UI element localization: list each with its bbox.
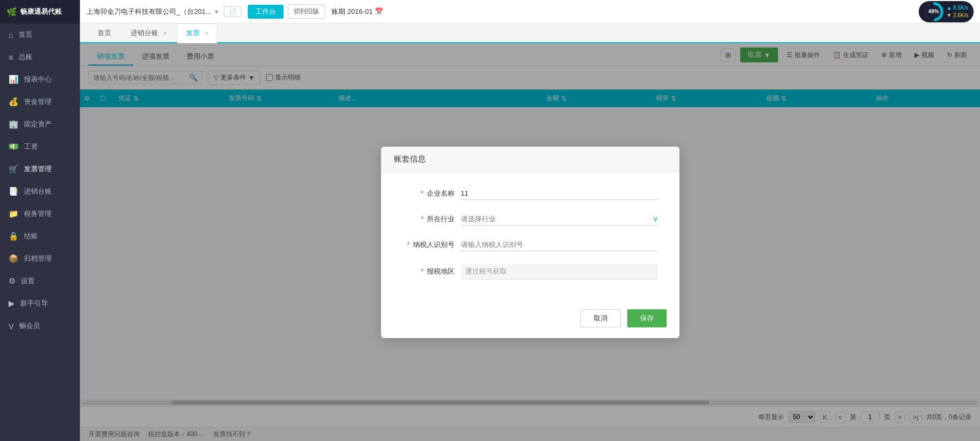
sidebar-item-label: 资金管理: [24, 97, 52, 107]
industry-chevron-icon: ∨: [653, 214, 658, 223]
company-name-input[interactable]: [461, 187, 658, 200]
company-name-row: * 企业名称: [402, 187, 658, 200]
sidebar-item-label: 工资: [24, 142, 38, 151]
sidebar-item-purchase[interactable]: 📑 进销台账: [0, 180, 80, 203]
sidebar-item-label: 新手引导: [20, 299, 48, 308]
archive-icon: 📦: [9, 254, 19, 263]
sidebar-item-label: 结账: [24, 231, 38, 241]
workspace-button[interactable]: 工作台: [248, 5, 284, 19]
save-button[interactable]: 保存: [627, 309, 667, 327]
tax-id-row: * 纳税人识别号: [402, 238, 658, 251]
sidebar-item-fund[interactable]: 💰 资金管理: [0, 91, 80, 113]
period-display: 账期 2016-01 📅: [331, 7, 384, 17]
sidebar-item-invoice[interactable]: 🛒 发票管理: [0, 158, 80, 180]
sidebar-item-close[interactable]: 🔒 结账: [0, 225, 80, 247]
topbar: 上海卯金刀电子科技有限公司_（台201... ▼ 📄 工作台 切到旧版 账期 2…: [80, 0, 980, 23]
guide-icon: ▶: [9, 299, 15, 308]
period-label: 账期: [331, 7, 345, 17]
tax-region-label: * 报税地区: [402, 267, 461, 276]
industry-select-wrapper[interactable]: ∨: [461, 213, 658, 226]
required-mark: *: [421, 267, 424, 275]
tab-invoice-close-icon[interactable]: ×: [205, 30, 208, 36]
sidebar-item-label: 归档管理: [24, 254, 52, 263]
member-icon: V: [9, 322, 14, 331]
sidebar-item-label: 固定资产: [24, 119, 52, 129]
tax-region-display: 通过税号获取: [461, 264, 658, 279]
tab-purchase-close-icon[interactable]: ×: [164, 30, 167, 36]
industry-label: * 所在行业: [402, 214, 461, 224]
network-percent-display: 49%: [927, 5, 941, 19]
sidebar-item-label: 设置: [21, 276, 35, 286]
purchase-icon: 📑: [9, 187, 19, 196]
tab-home[interactable]: 首页: [88, 23, 120, 42]
network-circle: 49%: [924, 2, 943, 21]
sidebar-item-label: 税务管理: [24, 209, 52, 219]
salary-icon: 💵: [9, 142, 19, 151]
settings-icon: ⚙: [9, 276, 15, 286]
modal-header: 账套信息: [381, 147, 679, 172]
ledger-icon: ≡: [9, 53, 13, 62]
fund-icon: 💰: [9, 97, 19, 107]
sidebar-item-label: 总账: [19, 52, 33, 62]
period-value: 2016-01: [347, 7, 373, 15]
sidebar-item-ledger[interactable]: ≡ 总账: [0, 46, 80, 68]
tab-purchase-label: 进销台账: [131, 29, 158, 37]
modal-body: * 企业名称 * 所在行业: [381, 172, 679, 303]
tab-invoice-label: 发票: [186, 29, 200, 37]
content-area: 销项发票 进项发票 费用小票 ⊞ 取票 ▼: [80, 43, 980, 441]
sidebar-item-label: 进销台账: [24, 187, 52, 196]
tax-region-row: * 报税地区 通过税号获取: [402, 264, 658, 279]
copy-company-button[interactable]: 📄: [224, 6, 241, 17]
tax-id-label: * 纳税人识别号: [402, 240, 461, 250]
old-version-button[interactable]: 切到旧版: [288, 4, 325, 19]
sidebar-item-guide[interactable]: ▶ 新手引导: [0, 292, 80, 315]
logo-icon: 🌿: [6, 7, 17, 17]
download-speed: ▼ 2.6K/s: [946, 12, 968, 19]
upload-speed: ▲ 8.5K/s: [946, 4, 968, 12]
calendar-icon: 📅: [375, 7, 383, 15]
sidebar-item-settings[interactable]: ⚙ 设置: [0, 270, 80, 292]
modal-overlay: 账套信息 * 企业名称: [80, 43, 980, 441]
tab-invoice[interactable]: 发票 ×: [177, 23, 217, 43]
sidebar-item-label: 发票管理: [24, 164, 52, 174]
sidebar: 🌿 畅康通易代账 ⌂ 首页 ≡ 总账 📊 报表中心 💰 资金管理 🏢 固定资产 …: [0, 0, 80, 441]
tab-home-label: 首页: [98, 29, 111, 37]
modal-title: 账套信息: [394, 154, 426, 163]
home-icon: ⌂: [9, 30, 13, 39]
sidebar-logo: 🌿 畅康通易代账: [0, 0, 80, 23]
required-mark: *: [407, 240, 410, 248]
invoice-icon: 🛒: [9, 164, 19, 174]
sidebar-item-label: 首页: [19, 30, 33, 39]
fixed-icon: 🏢: [9, 119, 19, 129]
account-info-modal: 账套信息 * 企业名称: [381, 147, 679, 338]
tabs-bar: 首页 进销台账 × 发票 ×: [80, 23, 980, 43]
close-period-icon: 🔒: [9, 231, 19, 241]
industry-select-input[interactable]: [461, 213, 653, 225]
tax-id-input[interactable]: [461, 238, 658, 251]
company-name-text: 上海卯金刀电子科技有限公司_（台201...: [86, 7, 212, 17]
network-percent-text: 49%: [928, 9, 939, 14]
tax-icon: 📁: [9, 209, 19, 219]
company-chevron-icon: ▼: [214, 9, 220, 15]
sidebar-item-tax[interactable]: 📁 税务管理: [0, 203, 80, 225]
tab-purchase[interactable]: 进销台账 ×: [122, 23, 176, 42]
company-name: 上海卯金刀电子科技有限公司_（台201... ▼: [86, 7, 220, 17]
company-name-label: * 企业名称: [402, 189, 461, 198]
modal-footer: 取消 保存: [381, 303, 679, 338]
sidebar-item-label: 畅会员: [19, 321, 40, 331]
cancel-button[interactable]: 取消: [580, 309, 621, 327]
required-mark: *: [421, 215, 424, 223]
sidebar-item-home[interactable]: ⌂ 首页: [0, 23, 80, 46]
network-speeds: ▲ 8.5K/s ▼ 2.6K/s: [946, 4, 968, 19]
sidebar-item-archive[interactable]: 📦 归档管理: [0, 247, 80, 270]
sidebar-item-fixed[interactable]: 🏢 固定资产: [0, 113, 80, 135]
industry-row: * 所在行业 ∨: [402, 213, 658, 226]
logo-text: 畅康通易代账: [20, 7, 62, 17]
topbar-right: 49% ▲ 8.5K/s ▼ 2.6K/s: [919, 1, 974, 22]
sidebar-item-label: 报表中心: [24, 75, 52, 84]
required-mark: *: [421, 189, 424, 197]
sidebar-item-report[interactable]: 📊 报表中心: [0, 68, 80, 91]
sidebar-item-salary[interactable]: 💵 工资: [0, 135, 80, 158]
main-area: 上海卯金刀电子科技有限公司_（台201... ▼ 📄 工作台 切到旧版 账期 2…: [80, 0, 980, 441]
sidebar-item-member[interactable]: V 畅会员: [0, 315, 80, 337]
